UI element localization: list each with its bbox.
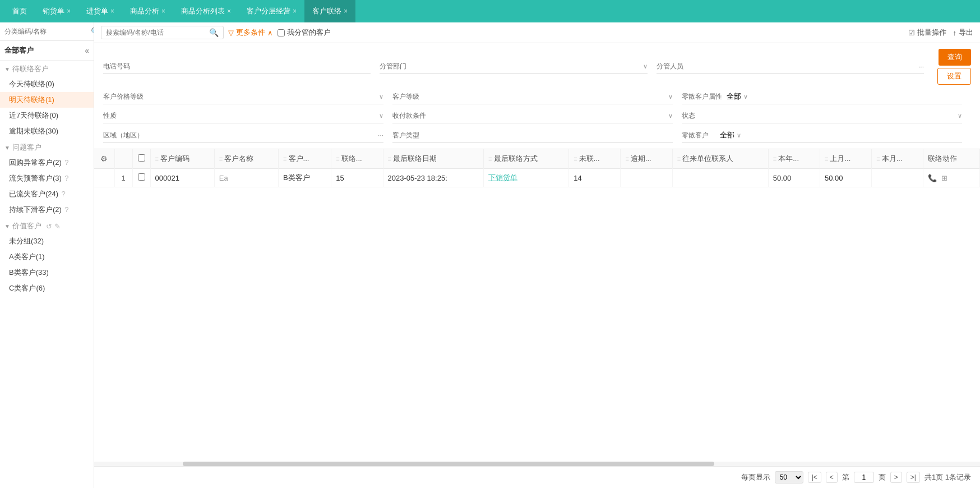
nav-sales[interactable]: 销货单 × — [35, 0, 78, 22]
nav-customer-tier-close[interactable]: × — [293, 7, 297, 15]
sidebar-pending-section: ▼ 待联络客户 — [0, 61, 94, 76]
row-checkbox[interactable] — [138, 173, 145, 181]
nav-purchase-close[interactable]: × — [110, 7, 114, 15]
row-action: 📞 ⊞ — [923, 169, 980, 187]
nav-analysis-close[interactable]: × — [161, 7, 165, 15]
sidebar-item-ungrouped[interactable]: 未分组(32) — [0, 233, 94, 249]
filter-nature: 性质 ∨ — [103, 109, 383, 123]
settings-icon[interactable]: ⚙ — [100, 154, 108, 163]
sidebar-item-week-label: 近7天待联络(0) — [9, 111, 58, 119]
search-icon[interactable]: 🔍 — [209, 28, 219, 37]
customer-level-dropdown-icon[interactable]: ∨ — [668, 93, 673, 100]
th-contact[interactable]: 联络... — [331, 149, 383, 169]
prev-page-button[interactable]: < — [826, 472, 838, 483]
th-this-month[interactable]: 本月... — [872, 149, 923, 169]
sidebar: 🔍 全部客户 « ▼ 待联络客户 今天待联络(0) 明天待联络(1) 近7天待联… — [0, 22, 94, 488]
th-last-month[interactable]: 上月... — [820, 149, 871, 169]
page-number-input[interactable] — [854, 472, 874, 483]
filter-retail-attr-value: 全部 — [727, 91, 741, 102]
row-check[interactable] — [132, 169, 150, 187]
export-button[interactable]: ↑ 导出 — [953, 27, 974, 38]
row-contact: 15 — [331, 169, 383, 187]
nav-home[interactable]: 首页 — [4, 0, 35, 22]
my-customers-checkbox-label[interactable]: 我分管的客户 — [278, 27, 331, 38]
sidebar-item-c-class[interactable]: C类客户(6) — [0, 280, 94, 296]
toolbar-right: ☑ 批量操作 ↑ 导出 — [908, 27, 974, 38]
th-company-contact[interactable]: 往来单位联系人 — [672, 149, 768, 169]
nav-customer-contact[interactable]: 客户联络 × — [304, 0, 355, 22]
horizontal-scrollbar[interactable] — [94, 462, 980, 466]
th-last-contact-date[interactable]: 最后联络日期 — [383, 149, 484, 169]
filter-customer-type: 客户类型 — [392, 128, 673, 143]
person-dots-icon[interactable]: ··· — [918, 63, 924, 71]
region-dots-icon[interactable]: ··· — [378, 131, 383, 139]
edit-icon[interactable]: ✎ — [54, 222, 61, 231]
nav-analysis-list[interactable]: 商品分析列表 × — [173, 0, 239, 22]
batch-op-button[interactable]: ☑ 批量操作 — [908, 27, 946, 38]
retail-dropdown-icon[interactable]: ∨ — [737, 132, 741, 139]
action-phone-icon[interactable]: 📞 — [928, 174, 937, 182]
more-filter-button[interactable]: ▽ 更多条件 ∧ — [228, 27, 273, 38]
nav-analysis-list-close[interactable]: × — [227, 7, 231, 15]
th-overdue[interactable]: 逾期... — [621, 149, 672, 169]
th-name[interactable]: 客户名称 — [214, 149, 278, 169]
th-action: 联络动作 — [923, 149, 980, 169]
page-size-select[interactable]: 50 100 200 — [775, 471, 803, 484]
filter-customer-level-label: 客户等级 — [392, 92, 426, 102]
sidebar-collapse-icon[interactable]: « — [85, 46, 89, 55]
sidebar-item-overdue[interactable]: 逾期未联络(30) — [0, 123, 94, 139]
sidebar-item-today[interactable]: 今天待联络(0) — [0, 76, 94, 92]
sidebar-item-tomorrow[interactable]: 明天待联络(1) — [0, 92, 94, 108]
pending-arrow-icon: ▼ — [4, 66, 10, 72]
nav-customer-tier[interactable]: 客户分层经营 × — [239, 0, 304, 22]
page-suffix: 页 — [879, 472, 886, 482]
value-section-label: 价值客户 — [12, 221, 41, 231]
set-button[interactable]: 设置 — [937, 68, 971, 85]
query-button[interactable]: 查询 — [939, 49, 971, 66]
table-row: 1 000021 Ea B类客户 15 2023-05-23 18:25: 下销… — [94, 169, 980, 187]
select-all-checkbox[interactable] — [138, 154, 145, 162]
row-overdue — [621, 169, 672, 187]
th-this-year[interactable]: 本年... — [768, 149, 820, 169]
sidebar-search-input[interactable] — [4, 27, 89, 35]
problem-arrow-icon: ▼ — [4, 145, 10, 151]
scrollbar-thumb[interactable] — [183, 462, 714, 466]
contact-method-link[interactable]: 下销货单 — [488, 173, 517, 182]
sidebar-item-b-class[interactable]: B类客户(33) — [0, 265, 94, 280]
dept-dropdown-icon[interactable]: ∨ — [643, 63, 648, 70]
filter-dept-label: 分管部门 — [380, 62, 413, 71]
th-last-contact-method[interactable]: 最后联络方式 — [484, 149, 569, 169]
row-code: 000021 — [150, 169, 214, 187]
toolbar: 🔍 ▽ 更多条件 ∧ 我分管的客户 ☑ 批量操作 ↑ 导出 — [94, 22, 980, 43]
search-input[interactable] — [106, 29, 207, 36]
nav-sales-close[interactable]: × — [67, 7, 71, 15]
sidebar-item-a-class[interactable]: A类客户(1) — [0, 249, 94, 265]
chevron-up-icon: ∧ — [267, 29, 273, 37]
nav-customer-contact-close[interactable]: × — [344, 7, 348, 15]
pending-section-label: 待联络客户 — [12, 64, 49, 74]
sidebar-item-lost[interactable]: 已流失客户(24) ? — [0, 186, 94, 202]
sidebar-item-week[interactable]: 近7天待联络(0) — [0, 108, 94, 123]
status-dropdown-icon[interactable]: ∨ — [958, 112, 962, 119]
help-icon-loss: ? — [64, 174, 68, 182]
last-page-button[interactable]: >| — [907, 472, 920, 483]
price-level-dropdown-icon[interactable]: ∨ — [379, 93, 383, 100]
nav-analysis[interactable]: 商品分析 × — [122, 0, 173, 22]
th-code[interactable]: 客户编码 — [150, 149, 214, 169]
my-customers-checkbox[interactable] — [278, 29, 285, 36]
sidebar-item-loss-warning[interactable]: 流失预警客户(3) ? — [0, 171, 94, 186]
sidebar-item-continuous-down[interactable]: 持续下滑客户(2) ? — [0, 202, 94, 218]
first-page-button[interactable]: |< — [808, 472, 821, 483]
filter-dept: 分管部门 ∨ — [380, 59, 647, 74]
refresh-icon[interactable]: ↺ — [46, 222, 52, 231]
th-uncontacted[interactable]: 未联... — [569, 149, 621, 169]
row-last-contact-method[interactable]: 下销货单 — [484, 169, 569, 187]
action-grid-icon[interactable]: ⊞ — [941, 174, 947, 182]
payment-dropdown-icon[interactable]: ∨ — [668, 112, 673, 119]
nature-dropdown-icon[interactable]: ∨ — [379, 112, 383, 119]
sidebar-item-repurchase[interactable]: 回购异常客户(2) ? — [0, 155, 94, 171]
th-customer-type[interactable]: 客户... — [279, 149, 331, 169]
next-page-button[interactable]: > — [890, 472, 902, 483]
nav-purchase[interactable]: 进货单 × — [78, 0, 122, 22]
retail-attr-dropdown-icon[interactable]: ∨ — [743, 93, 748, 100]
